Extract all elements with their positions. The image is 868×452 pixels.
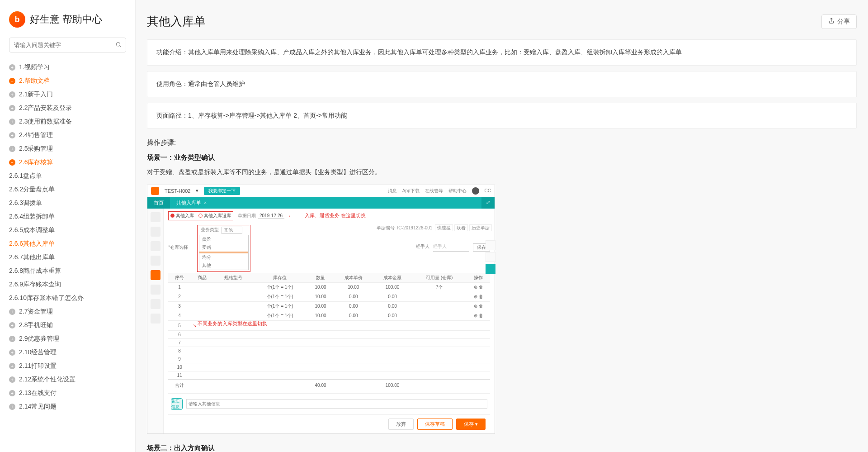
page-title: 其他入库单 (147, 14, 206, 29)
ss-remark-icon: 备注信息 (171, 398, 183, 410)
minus-icon: − (9, 159, 15, 166)
ss-row: 4个(1个 = 1个)10.000.000.00⊕ 🗑 (168, 311, 490, 320)
ss-remark-input (186, 399, 487, 409)
ss-row: 5↘ 不同业务的入库类型在这里切换 (168, 320, 490, 330)
ss-row: 3个(1个 = 1个)10.000.000.00⊕ 🗑 (168, 301, 490, 311)
ss-content: 其他入库 其他入库退库 单据日期 2019-12-26 ← 入库、退货业务 在这… (164, 209, 495, 433)
nav-2-13[interactable]: +2.13在线支付 (9, 386, 126, 400)
ss-th: 库存位 (253, 273, 307, 282)
scene2-title: 场景二：出入方向确认 (147, 444, 857, 452)
nav-video[interactable]: +1.视频学习 (9, 61, 126, 74)
nav-2-6-8[interactable]: 2.6.8商品成本重算 (9, 264, 126, 278)
ss-msg: 消息 (388, 188, 397, 194)
plus-icon: + (9, 336, 15, 342)
ss-biztype-dropdown: 业务类型其他 盘盈 受赠 均分 其他 (197, 225, 250, 272)
ss-opt: 受赠 (199, 243, 248, 252)
ss-tool-icon (486, 252, 495, 262)
nav-2-6-4[interactable]: 2.6.4组装拆卸单 (9, 210, 126, 224)
ss-annotation-2: 不同业务的入库类型在这里切换 (198, 321, 267, 326)
ss-nav-icon (151, 241, 160, 251)
plus-icon: + (9, 390, 15, 396)
share-icon (828, 18, 835, 25)
path-block: 页面路径：1、库存核算->库存管理->其他入库单 2、首页->常用功能 (147, 103, 857, 129)
nav-2-6-10[interactable]: 2.6.10库存账本错了怎么办 (9, 291, 126, 305)
nav-2-6[interactable]: −2.6库存核算 (9, 156, 126, 169)
ss-th: 规格型号 (214, 273, 253, 282)
svg-line-1 (120, 46, 121, 47)
search-wrap (9, 38, 126, 52)
nav-2-6-6[interactable]: 2.6.6其他入库单 (9, 237, 126, 251)
ss-nav-icon-active (151, 270, 160, 280)
ss-quick-tags: 快速搜 联看 历史单据 (435, 225, 492, 231)
nav-2-1[interactable]: +2.1新手入门 (9, 88, 126, 101)
close-icon: × (204, 200, 207, 205)
nav-label: 2.6.5成本调整单 (9, 226, 55, 233)
nav-label: 2.14常见问题 (19, 403, 57, 411)
ss-doc-no: IC-20191226-001 (397, 225, 433, 230)
nav-2-10[interactable]: +2.10经营管理 (9, 346, 126, 359)
ss-logo-icon (151, 187, 159, 195)
ss-row: 1个(1个 = 1个)10.0010.00100.007个⊕ 🗑 (168, 282, 490, 292)
plus-icon: + (9, 309, 15, 315)
ss-opt: 其他 (199, 262, 248, 270)
path-text: 1、库存核算->库存管理->其他入库单 2、首页->常用功能 (188, 112, 347, 119)
nav-label: 2.帮助文档 (19, 77, 50, 85)
nav-2-8[interactable]: +2.8手机旺铺 (9, 319, 126, 332)
ss-tot-amt: 100.00 (373, 379, 412, 391)
nav-2-2[interactable]: +2.2产品安装及登录 (9, 101, 126, 115)
steps-label: 操作步骤: (147, 138, 857, 147)
nav-label: 2.6库存核算 (19, 158, 53, 167)
ss-tag: 历史单据 (469, 224, 492, 231)
nav-2-3[interactable]: +2.3使用前数据准备 (9, 115, 126, 128)
plus-icon: + (9, 404, 15, 410)
nav-2-6-7[interactable]: 2.6.7其他出库单 (9, 251, 126, 264)
ss-nav-icon (151, 256, 160, 266)
ss-avatar-icon (472, 187, 479, 195)
nav-2-12[interactable]: +2.12系统个性化设置 (9, 373, 126, 386)
nav-label: 2.10经营管理 (19, 348, 57, 357)
ss-th: 可用量 (仓库) (412, 273, 467, 282)
nav-2-6-5[interactable]: 2.6.5成本调整单 (9, 224, 126, 237)
nav-docs[interactable]: −2.帮助文档 (9, 74, 126, 88)
nav-2-5[interactable]: +2.5采购管理 (9, 142, 126, 156)
nav-label: 2.1新手入门 (19, 90, 53, 99)
role-block: 使用角色：通常由仓管人员维护 (147, 71, 857, 97)
role-label: 使用角色： (156, 80, 188, 87)
nav-label: 2.6.7其他出库单 (9, 253, 55, 261)
main-content: 其他入库单 分享 功能介绍：其他入库单用来处理除采购入库、产成品入库之外的其他入… (136, 0, 868, 452)
nav-2-6-9[interactable]: 2.6.9库存账本查询 (9, 278, 126, 291)
nav-2-14[interactable]: +2.14常见问题 (9, 400, 126, 414)
ss-wh-label: *仓库选择 (168, 245, 188, 250)
intro-block: 功能介绍：其他入库单用来处理除采购入库、产成品入库之外的其他入库业务，因此其他入… (147, 39, 857, 66)
search-input[interactable] (9, 38, 126, 52)
nav-2-6-3[interactable]: 2.6.3调拨单 (9, 196, 126, 210)
ss-savedraft-button: 保存草稿 (417, 419, 453, 430)
ss-radio-label: 其他入库退库 (204, 213, 231, 219)
nav-2-6-2[interactable]: 2.6.2分量盘点单 (9, 183, 126, 196)
nav-tree: +1.视频学习 −2.帮助文档 +2.1新手入门 +2.2产品安装及登录 +2.… (9, 61, 126, 414)
ss-nav-icon (151, 285, 160, 295)
intro-label: 功能介绍： (156, 48, 188, 56)
nav-label: 2.8手机旺铺 (19, 321, 53, 329)
ss-row: 6 (168, 330, 490, 338)
ss-tab-home: 首页 (147, 197, 170, 209)
ss-opt: 盘盈 (199, 235, 248, 243)
nav-2-4[interactable]: +2.4销售管理 (9, 128, 126, 142)
ss-cancel-button: 放弃 (388, 419, 414, 430)
plus-icon: + (9, 105, 15, 111)
nav-label: 2.6.6其他入库单 (9, 240, 55, 247)
ss-row: 9 (168, 355, 490, 363)
ss-remark: 备注信息 (168, 393, 490, 414)
ss-user: CC (485, 188, 491, 193)
search-icon[interactable] (115, 41, 122, 49)
nav-label: 1.视频学习 (19, 63, 50, 71)
ss-save-button: 保存 ▾ (456, 419, 486, 430)
nav-2-6-1[interactable]: 2.6.1盘点单 (9, 169, 126, 183)
nav-2-7[interactable]: +2.7资金管理 (9, 305, 126, 319)
ss-save-label: 保存 (464, 421, 474, 427)
share-label: 分享 (837, 18, 850, 26)
nav-2-9[interactable]: +2.9优惠券管理 (9, 332, 126, 346)
share-button[interactable]: 分享 (821, 14, 857, 29)
nav-label: 2.6.1盘点单 (9, 172, 42, 179)
nav-2-11[interactable]: +2.11打印设置 (9, 359, 126, 373)
